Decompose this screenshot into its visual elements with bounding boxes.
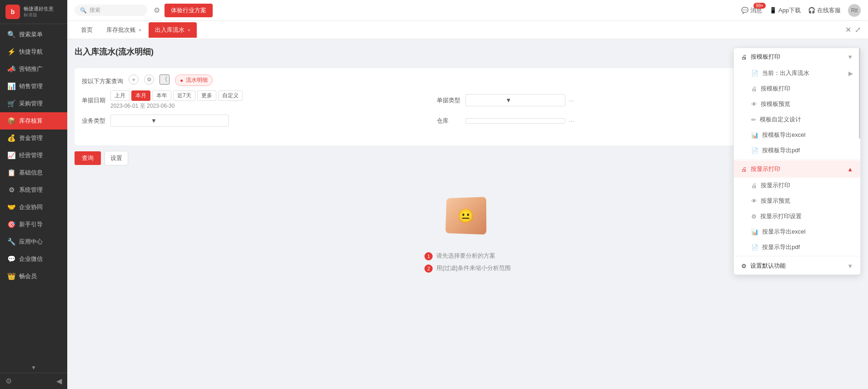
empty-steps: 1 请先选择要分析的方案 2 用[过滤]条件来缩小分析范围 [424, 252, 510, 276]
dropdown-item-template_custom[interactable]: ✏模板自定义设计 [734, 112, 860, 127]
sidebar-item-finance[interactable]: 💰资金管理 [0, 130, 67, 147]
dropdown-section-template_print[interactable]: 🖨按模板打印▼ [734, 48, 860, 65]
collapse-sidebar-icon[interactable]: ◀ [56, 377, 62, 385]
sidebar-item-wechat[interactable]: 💬企业微信 [0, 250, 67, 268]
settings-icon[interactable]: ⚙ [5, 377, 12, 385]
warehouse-select[interactable] [465, 118, 565, 124]
dropdown-section-display_print[interactable]: 🖨按显示打印▲ [734, 160, 860, 178]
filter-settings-btn[interactable]: ⚙ [144, 75, 154, 85]
display_print-section-icon: 🖨 [741, 166, 747, 173]
filter-add-btn[interactable]: + [129, 75, 139, 85]
tab-batch[interactable]: 库存批次账× [100, 22, 148, 38]
type-more-btn[interactable]: ··· [569, 97, 574, 104]
dropdown-item-display_print_settings[interactable]: ⚙按显示打印设置 [734, 209, 860, 224]
type-select[interactable]: ▼ [465, 94, 565, 106]
app-download-btn[interactable]: 📱 App下载 [769, 6, 801, 15]
type-label: 单据类型 [437, 96, 462, 105]
dropdown-panel: 🖨按模板打印▼📄当前：出入库流水▶🖨按模板打印👁按模板预览✏模板自定义设计📊按模… [733, 48, 861, 275]
template_custom-label: 模板自定义设计 [760, 115, 801, 124]
dropdown-scrollbar[interactable] [858, 48, 860, 274]
sidebar-item-sales[interactable]: 📊销售管理 [0, 78, 67, 95]
app-logo[interactable]: b 畅捷通好生意 标准版 [0, 0, 67, 24]
sidebar-item-member[interactable]: 👑畅会员 [0, 268, 67, 285]
topbar: 🔍 搜索 ⚙ 体验行业方案 💬 消息 99+ 📱 App下载 🎧 在线客服 Ri… [67, 0, 868, 21]
wechat-icon: 💬 [7, 255, 15, 263]
sidebar-item-label-basic: 基础信息 [19, 169, 43, 177]
logo-icon: b [5, 5, 20, 19]
dropdown-item-template_preview[interactable]: 👁按模板预览 [734, 96, 860, 112]
dropdown-item-template_print_action[interactable]: 🖨按模板打印 [734, 81, 860, 96]
sidebar-item-search[interactable]: 🔍搜索菜单 [0, 26, 67, 43]
expand-window-btn[interactable]: ⤢ [855, 25, 861, 34]
date-btn-上月[interactable]: 上月 [110, 90, 130, 101]
display_print_action-icon: 🖨 [751, 182, 757, 189]
tab-close-flow[interactable]: × [187, 27, 190, 33]
dropdown-item-export_excel_disp[interactable]: 📊按显示导出excel [734, 224, 860, 239]
display_print-section-label: 按显示打印 [751, 165, 780, 173]
inventory-icon: 📦 [7, 117, 15, 125]
biz-field: 业务类型 ▼ [82, 115, 429, 127]
empty-box: 😐 [445, 197, 486, 234]
tab-close-batch[interactable]: × [139, 27, 141, 33]
step-2-text: 用[过滤]条件来缩小分析范围 [436, 264, 510, 272]
app-download-label: App下载 [778, 6, 801, 15]
online-service-btn[interactable]: 🎧 在线客服 [808, 6, 841, 15]
date-btn-本年[interactable]: 本年 [152, 90, 171, 101]
message-btn[interactable]: 💬 消息 99+ [741, 6, 762, 15]
display_print_settings-label: 按显示打印设置 [760, 212, 802, 220]
export_pdf_tpl-icon: 📄 [751, 147, 758, 154]
export_pdf_tpl-label: 按模板导出pdf [762, 146, 800, 155]
date-btn-自定义[interactable]: 自定义 [218, 90, 243, 101]
sidebar-item-inventory[interactable]: 📦库存核算 [0, 112, 67, 130]
settings-btn[interactable]: 设置 [105, 151, 128, 165]
sidebar-footer: ⚙ ◀ [0, 373, 67, 389]
topbar-gear-icon[interactable]: ⚙ [154, 6, 160, 15]
query-btn[interactable]: 查询 [75, 151, 101, 165]
close-window-btn[interactable]: ✕ [845, 25, 851, 34]
message-badge: 99+ [753, 3, 766, 9]
sidebar-scroll-down[interactable]: ▼ [0, 363, 67, 373]
sidebar-item-system[interactable]: ⚙系统管理 [0, 181, 67, 199]
filter-tag[interactable]: ● 流水明细 [175, 75, 213, 86]
tab-home[interactable]: 首页 [75, 22, 99, 38]
tab-flow[interactable]: 出入库流水× [149, 22, 196, 38]
sidebar-item-cooperation[interactable]: 🤝企业协同 [0, 199, 67, 216]
purchase-icon: 🛒 [7, 100, 15, 108]
sidebar-item-label-guide: 新手引导 [19, 220, 43, 229]
sidebar-item-marketing[interactable]: 📣营销推广 [0, 60, 67, 78]
dropdown-section-set_default[interactable]: ⚙设置默认功能▼ [734, 257, 860, 274]
warehouse-more-btn[interactable]: ··· [569, 117, 574, 125]
filter-collapse-btn[interactable]: 《 [160, 75, 170, 85]
industry-btn[interactable]: 体验行业方案 [165, 4, 213, 17]
dropdown-item-display_preview[interactable]: 👁按显示预览 [734, 193, 860, 209]
date-btn-更多[interactable]: 更多 [197, 90, 216, 101]
template_print_action-label: 按模板打印 [761, 85, 790, 93]
dropdown-item-export_excel_tpl[interactable]: 📊按模板导出excel [734, 127, 860, 143]
date-btn-本月[interactable]: 本月 [131, 90, 150, 101]
current-label: 当前：出入库流水 [762, 69, 809, 77]
template_preview-icon: 👁 [751, 101, 757, 108]
dropdown-item-export_pdf_tpl[interactable]: 📄按模板导出pdf [734, 143, 860, 158]
page-title: 出入库流水(流水明细) [75, 46, 154, 57]
sidebar-item-shortcut[interactable]: ⚡快捷导航 [0, 43, 67, 60]
sidebar-item-purchase[interactable]: 🛒采购管理 [0, 95, 67, 112]
sidebar-item-guide[interactable]: 🎯新手引导 [0, 216, 67, 233]
dropdown-item-export_pdf_disp[interactable]: 📄按显示导出pdf [734, 239, 860, 255]
sidebar-item-basic[interactable]: 📋基础信息 [0, 164, 67, 181]
divider-display_print [734, 256, 860, 256]
sidebar-item-appCenter[interactable]: 🔧应用中心 [0, 233, 67, 250]
date-field: 单据日期 上月本月本年近7天更多自定义 2023-06-01 至 2023-06… [82, 90, 429, 110]
sidebar-item-operation[interactable]: 📈经营管理 [0, 147, 67, 164]
sidebar-item-label-search: 搜索菜单 [19, 30, 43, 39]
tabbar: 首页库存批次账×出入库流水× ✕ ⤢ [67, 21, 868, 39]
date-options: 上月本月本年近7天更多自定义 2023-06-01 至 2023-06-30 [110, 90, 243, 110]
export_pdf_disp-label: 按显示导出pdf [762, 243, 800, 251]
tab-label-batch: 库存批次账 [106, 26, 136, 34]
dropdown-item-display_print_action[interactable]: 🖨按显示打印 [734, 178, 860, 193]
date-btn-近7天[interactable]: 近7天 [173, 90, 195, 101]
headset-icon: 🎧 [808, 7, 815, 14]
user-avatar[interactable]: Rit [848, 4, 861, 17]
topbar-search[interactable]: 🔍 搜索 [75, 5, 147, 16]
biz-select[interactable]: ▼ [110, 115, 229, 127]
dropdown-item-current[interactable]: 📄当前：出入库流水▶ [734, 65, 860, 81]
